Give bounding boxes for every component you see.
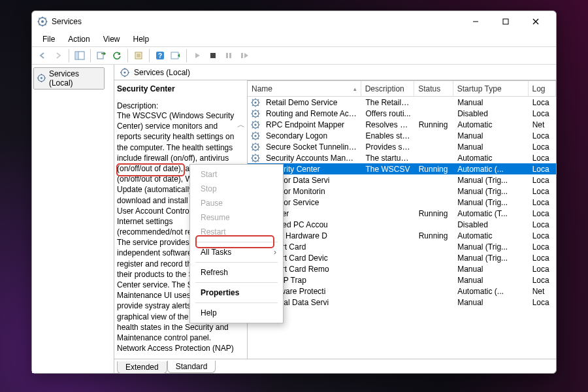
- cell-description: Offers routi...: [361, 109, 414, 118]
- tab-standard[interactable]: Standard: [167, 361, 216, 373]
- toolbar-separator: [69, 49, 69, 62]
- view-tabs: Extended Standard: [114, 359, 556, 373]
- table-row[interactable]: Security CenterThe WSCSVRunningAutomatic…: [248, 163, 556, 174]
- menu-help[interactable]: Help: [127, 33, 156, 45]
- svg-point-92: [254, 157, 256, 159]
- refresh-button[interactable]: [109, 48, 125, 63]
- chevron-up-icon[interactable]: ︿: [237, 120, 245, 131]
- table-row[interactable]: RPC Endpoint MapperResolves RP...Running…: [248, 119, 556, 130]
- services-gear-icon: [37, 73, 46, 84]
- col-name[interactable]: Name▴: [248, 81, 361, 96]
- svg-line-48: [258, 105, 259, 105]
- svg-line-77: [252, 133, 253, 133]
- menubar: File Action View Help: [32, 32, 556, 46]
- table-row[interactable]: Security Accounts ManagerThe startup ...…: [248, 152, 556, 163]
- ctx-refresh[interactable]: Refresh: [191, 265, 282, 280]
- svg-line-87: [252, 144, 253, 144]
- show-hide-tree-button[interactable]: [72, 48, 88, 63]
- table-row[interactable]: Secondary LogonEnables star...ManualLoca: [248, 130, 556, 141]
- cell-logon: Loca: [529, 242, 556, 252]
- svg-rect-11: [503, 19, 508, 24]
- ctx-properties[interactable]: Properties: [191, 286, 282, 300]
- ctx-pause[interactable]: Pause: [191, 196, 282, 210]
- stop-service-button[interactable]: [205, 48, 221, 63]
- table-row[interactable]: Sensor MonitorinManual (Trig...Loca: [248, 186, 556, 197]
- table-row[interactable]: ServerRunningAutomatic (T...Loca: [248, 208, 556, 219]
- table-row[interactable]: SNMP TrapManualLoca: [248, 274, 556, 286]
- svg-line-78: [258, 138, 259, 139]
- menu-file[interactable]: File: [36, 33, 61, 45]
- cell-logon: Loca: [529, 198, 556, 207]
- cell-startup: Manual: [453, 276, 528, 285]
- pane-header: Services (Local): [114, 65, 556, 80]
- selected-service-name: Security Center: [117, 84, 240, 93]
- ctx-resume[interactable]: Resume: [191, 210, 282, 225]
- nav-forward-button[interactable]: [50, 48, 66, 63]
- ctx-restart[interactable]: Restart: [191, 225, 282, 239]
- table-row[interactable]: Shared PC AccouDisabledLoca: [248, 219, 556, 230]
- ctx-help[interactable]: Help: [191, 306, 282, 320]
- svg-point-82: [254, 146, 256, 148]
- cell-startup: Automatic (...: [453, 287, 528, 296]
- svg-line-47: [252, 99, 253, 100]
- table-row[interactable]: Smart Card RemoManualLoca: [248, 263, 556, 274]
- cell-description: The Retail D...: [361, 98, 414, 107]
- table-row[interactable]: Routing and Remote AccessOffers routi...…: [248, 108, 556, 119]
- start-service-button[interactable]: [189, 48, 205, 63]
- table-row[interactable]: Shell Hardware DRunningAutomaticLoca: [248, 230, 556, 241]
- cell-startup: Manual (Trig...: [453, 242, 528, 252]
- table-row[interactable]: Secure Socket Tunneling Pr...Provides su…: [248, 141, 556, 152]
- cell-startup: Manual (Trig...: [453, 253, 528, 263]
- cell-startup: Manual: [453, 98, 528, 107]
- properties-button[interactable]: [131, 48, 146, 63]
- pane-title: Services (Local): [134, 68, 190, 77]
- ctx-separator: [195, 282, 278, 283]
- menu-view[interactable]: View: [97, 33, 127, 45]
- export-list-button[interactable]: [93, 48, 109, 63]
- table-row[interactable]: Software ProtectiAutomatic (...Net: [248, 286, 556, 297]
- help-button[interactable]: ?: [152, 48, 168, 63]
- col-startup[interactable]: Startup Type: [453, 81, 529, 96]
- toolbar-separator: [149, 49, 150, 62]
- maximize-button[interactable]: [491, 12, 521, 31]
- cell-startup: Manual: [453, 131, 528, 140]
- table-row[interactable]: Spatial Data ServiManualLoca: [248, 297, 556, 308]
- service-gear-icon: [250, 97, 261, 108]
- table-row[interactable]: Retail Demo ServiceThe Retail D...Manual…: [248, 97, 556, 108]
- cell-startup: Manual (Trig...: [453, 187, 528, 196]
- svg-line-60: [258, 110, 259, 111]
- svg-line-67: [252, 122, 253, 122]
- list-body[interactable]: Retail Demo ServiceThe Retail D...Manual…: [248, 97, 556, 359]
- tab-extended[interactable]: Extended: [117, 361, 167, 374]
- restart-service-button[interactable]: [237, 48, 252, 63]
- col-description[interactable]: Description: [361, 81, 414, 96]
- nav-back-button[interactable]: [35, 48, 50, 63]
- pause-service-button[interactable]: [221, 48, 237, 63]
- ctx-all-tasks[interactable]: All Tasks: [191, 245, 282, 259]
- tree-item-services-local[interactable]: Services (Local): [33, 67, 105, 90]
- col-status[interactable]: Status: [414, 81, 453, 96]
- context-menu: Start Stop Pause Resume Restart All Task…: [189, 164, 284, 323]
- body: Services (Local) Services (Local) Securi…: [32, 65, 556, 373]
- close-button[interactable]: [521, 12, 551, 31]
- cell-description: Resolves RP...: [361, 120, 414, 129]
- menu-action[interactable]: Action: [61, 33, 96, 45]
- table-row[interactable]: Sensor ServiceManual (Trig...Loca: [248, 197, 556, 208]
- table-row[interactable]: Smart Card DevicManual (Trig...Loca: [248, 252, 556, 263]
- svg-rect-24: [171, 52, 178, 59]
- cell-description: The WSCSV: [361, 165, 414, 174]
- cell-name: Security Accounts Manager: [262, 154, 361, 163]
- col-logon[interactable]: Log: [529, 81, 556, 96]
- run-service-button[interactable]: [168, 48, 184, 63]
- minimize-button[interactable]: [461, 12, 491, 31]
- table-row[interactable]: Smart CardManual (Trig...Loca: [248, 241, 556, 252]
- table-row[interactable]: Sensor Data ServiManual (Trig...Loca: [248, 174, 556, 186]
- cell-startup: Automatic: [453, 231, 528, 240]
- cell-status: Running: [415, 209, 453, 218]
- ctx-start[interactable]: Start: [191, 167, 282, 182]
- cell-logon: Loca: [529, 165, 556, 174]
- svg-line-100: [258, 155, 259, 155]
- ctx-stop[interactable]: Stop: [191, 182, 282, 196]
- svg-point-62: [254, 123, 256, 125]
- cell-logon: Loca: [529, 231, 556, 240]
